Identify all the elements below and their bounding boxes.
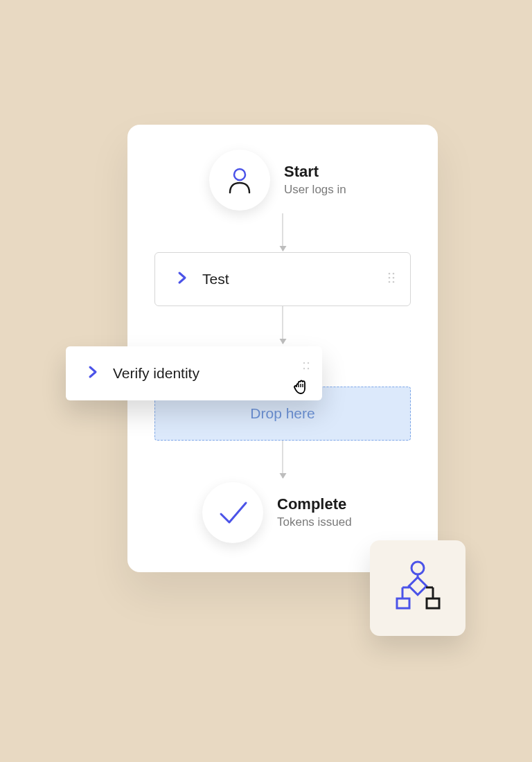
svg-point-7 [303,362,305,364]
start-title: Start [284,163,346,181]
svg-point-10 [308,368,309,369]
flowchart-icon [393,560,443,617]
drop-label: Drop here [250,405,314,422]
complete-node: Complete Tokens issued [165,482,400,543]
svg-point-8 [308,362,309,364]
complete-title: Complete [277,495,352,513]
drag-handle-icon[interactable] [303,360,310,373]
start-subtitle: User logs in [284,182,346,197]
step-label: Test [202,271,388,287]
drag-handle-icon[interactable] [388,272,395,286]
chevron-right-icon [177,271,187,287]
start-text: Start User logs in [284,163,346,197]
connector-arrow [283,213,283,251]
start-node: Start User logs in [172,150,393,211]
svg-rect-19 [397,599,409,608]
svg-rect-16 [409,577,426,594]
complete-subtitle: Tokens issued [277,515,352,530]
dragged-step-label: Verify identity [113,365,307,382]
complete-text: Complete Tokens issued [277,495,352,530]
svg-point-14 [411,562,424,574]
svg-point-1 [389,273,391,275]
connector-arrow [283,306,283,344]
svg-point-2 [393,273,395,275]
svg-point-4 [393,277,395,279]
dragged-step-card[interactable]: Verify identity [66,346,322,400]
connector-arrow [283,441,283,478]
step-test[interactable]: Test [154,252,411,306]
user-icon [209,150,270,211]
flowchart-tile[interactable] [370,540,466,636]
chevron-right-icon [88,365,98,382]
svg-point-5 [389,281,391,283]
check-icon [202,482,263,543]
svg-point-3 [389,277,391,279]
grab-cursor-icon [292,375,312,399]
svg-point-9 [303,368,305,369]
svg-rect-22 [427,599,439,608]
svg-point-0 [234,169,245,180]
svg-point-6 [393,281,395,283]
